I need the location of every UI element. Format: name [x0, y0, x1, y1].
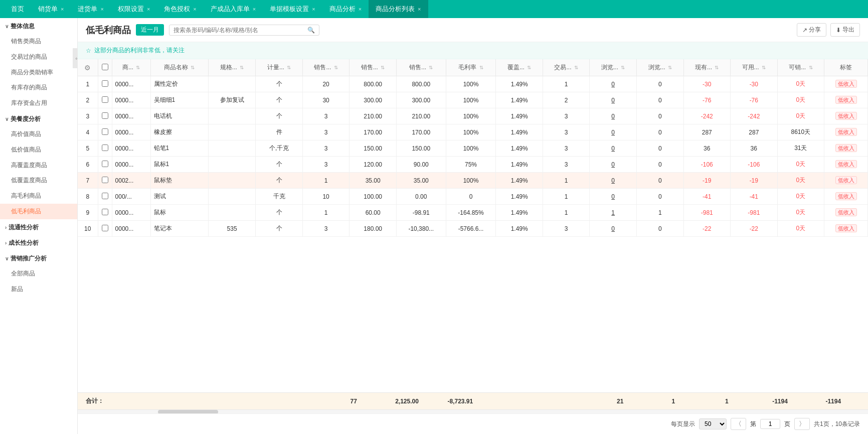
sidebar-item-high-margin[interactable]: 高毛利商品 [0, 188, 77, 204]
share-button[interactable]: ↗ 分享 [797, 23, 826, 37]
search-input[interactable] [173, 27, 307, 34]
row-checkbox-cell[interactable] [98, 140, 112, 157]
row-checkbox-cell[interactable] [98, 189, 112, 205]
row-view1[interactable]: 1 [590, 205, 637, 221]
select-all-checkbox[interactable] [102, 64, 108, 70]
row-view1[interactable]: 0 [590, 76, 637, 92]
sidebar-item-low-value[interactable]: 低价值商品 [0, 142, 77, 158]
row-checkbox-cell[interactable] [98, 205, 112, 221]
th-sales-amount[interactable]: 销售... ⇅ [396, 59, 446, 76]
row-view1[interactable]: 0 [590, 221, 637, 237]
row-checkbox-cell[interactable] [98, 92, 112, 108]
row-view1[interactable]: 0 [590, 124, 637, 140]
nav-close-storage[interactable]: × [253, 6, 256, 12]
th-coverage[interactable]: 覆盖... ⇅ [496, 59, 543, 76]
row-checkbox[interactable] [102, 193, 108, 199]
row-checkbox[interactable] [102, 112, 108, 119]
nav-role-auth[interactable]: 角色授权 × [157, 0, 203, 18]
page-number-input[interactable] [760, 419, 780, 429]
nav-product-analysis[interactable]: 商品分析 × [322, 0, 369, 18]
date-filter-button[interactable]: 近一月 [136, 24, 164, 36]
row-view1[interactable]: 0 [590, 92, 637, 108]
horizontal-scrollbar[interactable] [78, 409, 868, 413]
sidebar-item-sales-products[interactable]: 销售类商品 [0, 34, 77, 49]
th-view2[interactable]: 浏览... ⇅ [636, 59, 683, 76]
row-checkbox[interactable] [102, 144, 108, 151]
row-checkbox[interactable] [102, 80, 108, 87]
th-spec[interactable]: 规格... ⇅ [208, 59, 256, 76]
th-name[interactable]: 商品名称 ⇅ [150, 59, 208, 76]
th-settings[interactable]: ⚙ [78, 59, 98, 76]
th-code[interactable]: 商... ⇅ [112, 59, 150, 76]
row-sales-amount: 210.00 [396, 108, 446, 124]
table-container[interactable]: ⚙ 商... ⇅ 商品名称 ⇅ [78, 59, 868, 392]
sidebar-item-category-sales-rate[interactable]: 商品分类助销率 [0, 65, 77, 80]
row-checkbox-cell[interactable] [98, 221, 112, 237]
row-view1[interactable]: 0 [590, 173, 637, 189]
sidebar-item-high-coverage[interactable]: 高覆盖度商品 [0, 158, 77, 173]
th-checkbox[interactable] [98, 59, 112, 76]
nav-home[interactable]: 首页 [4, 0, 31, 18]
nav-close-analysis[interactable]: × [359, 6, 362, 12]
sidebar-item-new-products[interactable]: 新品 [0, 281, 77, 297]
nav-template-setting[interactable]: 单据模板设置 × [263, 0, 322, 18]
sidebar-group-overall[interactable]: ∨ 整体信息 [0, 18, 77, 34]
row-view1[interactable]: 0 [590, 157, 637, 173]
th-gross-margin[interactable]: 毛利率 ⇅ [446, 59, 496, 76]
row-checkbox-cell[interactable] [98, 173, 112, 189]
row-checkbox-cell[interactable] [98, 157, 112, 173]
nav-close-sales[interactable]: × [61, 6, 64, 12]
row-checkbox[interactable] [102, 209, 108, 215]
prev-page-button[interactable]: 〈 [731, 418, 746, 430]
sidebar-item-all-products[interactable]: 全部商品 [0, 266, 77, 281]
th-trade-count[interactable]: 交易... ⇅ [543, 59, 590, 76]
th-tag[interactable]: 标签 [824, 59, 868, 76]
row-checkbox[interactable] [102, 161, 108, 167]
nav-close-template[interactable]: × [312, 6, 315, 12]
row-view1[interactable]: 0 [590, 189, 637, 205]
row-checkbox[interactable] [102, 96, 108, 103]
row-checkbox-cell[interactable] [98, 124, 112, 140]
settings-icon[interactable]: ⚙ [84, 64, 91, 72]
sidebar-group-flow-analysis[interactable]: › 流通性分析 [0, 219, 77, 235]
th-sales-qty[interactable]: 销售... ⇅ [302, 59, 350, 76]
nav-sales-order[interactable]: 销货单 × [31, 0, 71, 18]
nav-product-analysis-list[interactable]: 商品分析列表 × [369, 0, 428, 18]
nav-close-analysis-list[interactable]: × [418, 6, 421, 12]
sidebar-item-in-stock[interactable]: 有库存的商品 [0, 80, 77, 95]
sidebar-group-value-analysis[interactable]: ∨ 美餐度分析 [0, 111, 77, 126]
search-icon[interactable]: 🔍 [307, 27, 315, 34]
next-page-button[interactable]: 〉 [794, 418, 810, 430]
sidebar-group-marketing-analysis[interactable]: ∨ 营销推广分析 [0, 250, 77, 266]
nav-close-purchase[interactable]: × [100, 6, 103, 12]
nav-close-permission[interactable]: × [147, 6, 150, 12]
th-sellable[interactable]: 可销... ⇅ [777, 59, 824, 76]
row-checkbox[interactable] [102, 177, 108, 183]
th-sales-price[interactable]: 销售... ⇅ [350, 59, 397, 76]
row-view1[interactable]: 0 [590, 140, 637, 157]
row-checkbox[interactable] [102, 225, 108, 231]
th-available[interactable]: 可用... ⇅ [731, 59, 778, 76]
nav-product-storage[interactable]: 产成品入库单 × [204, 0, 263, 18]
th-current-stock[interactable]: 现有... ⇅ [683, 59, 731, 76]
row-checkbox-cell[interactable] [98, 76, 112, 92]
header-actions: ↗ 分享 ⬇ 导出 [797, 23, 860, 37]
th-unit[interactable]: 计量... ⇅ [256, 59, 303, 76]
sidebar-item-traded-products[interactable]: 交易过的商品 [0, 49, 77, 65]
sidebar-group-growth-analysis[interactable]: › 成长性分析 [0, 235, 77, 250]
row-checkbox[interactable] [102, 128, 108, 135]
sidebar-item-inventory-capital[interactable]: 库存资金占用 [0, 95, 77, 111]
export-button[interactable]: ⬇ 导出 [830, 23, 860, 37]
sidebar-item-high-value[interactable]: 高价值商品 [0, 126, 77, 142]
row-checkbox-cell[interactable] [98, 108, 112, 124]
nav-purchase-order[interactable]: 进货单 × [71, 0, 110, 18]
sidebar-item-low-margin[interactable]: 低毛利商品 [0, 204, 77, 219]
row-view2: 0 [636, 157, 683, 173]
sidebar-item-low-coverage[interactable]: 低覆盖度商品 [0, 173, 77, 188]
page-size-select[interactable]: 50 20 100 [699, 418, 727, 429]
sidebar-collapse-btn[interactable]: « [73, 48, 78, 68]
nav-permission[interactable]: 权限设置 × [111, 0, 157, 18]
th-view1[interactable]: 浏览... ⇅ [590, 59, 637, 76]
nav-close-role[interactable]: × [193, 6, 196, 12]
row-view1[interactable]: 0 [590, 108, 637, 124]
